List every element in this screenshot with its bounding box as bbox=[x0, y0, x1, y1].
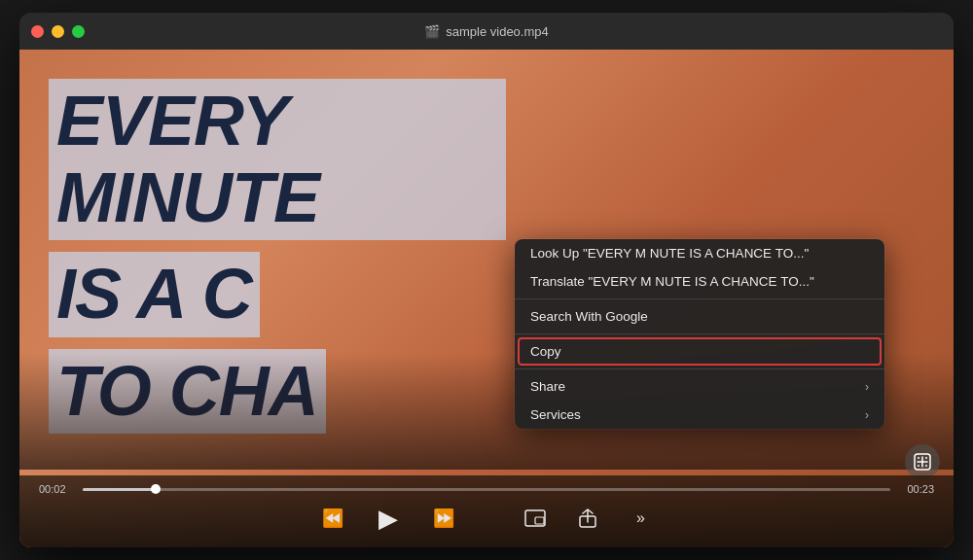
title-icon: 🎬 bbox=[424, 24, 440, 39]
svg-point-5 bbox=[925, 457, 927, 459]
maximize-button[interactable] bbox=[72, 25, 85, 38]
controls-row: ⏪ ▶ ⏩ » bbox=[39, 501, 934, 536]
app-window: 🎬 sample video.mp4 EVERY MINUTE IS A C T… bbox=[19, 13, 954, 547]
menu-separator-1 bbox=[515, 298, 884, 299]
svg-point-7 bbox=[925, 465, 927, 467]
title-label: sample video.mp4 bbox=[446, 24, 549, 39]
rewind-button[interactable]: ⏪ bbox=[318, 504, 347, 533]
pip-icon[interactable] bbox=[521, 504, 550, 533]
video-text-line-2: IS A C bbox=[49, 252, 506, 344]
svg-point-4 bbox=[918, 457, 919, 459]
share-arrow-icon: › bbox=[865, 380, 869, 394]
titlebar: 🎬 sample video.mp4 bbox=[19, 13, 954, 50]
menu-item-share[interactable]: Share › bbox=[515, 372, 884, 401]
menu-item-services[interactable]: Services › bbox=[515, 401, 884, 429]
accessibility-button[interactable] bbox=[905, 444, 940, 479]
video-text-line-1: EVERY MINUTE bbox=[49, 79, 506, 248]
traffic-lights bbox=[31, 25, 85, 38]
close-button[interactable] bbox=[31, 25, 44, 38]
services-arrow-icon: › bbox=[865, 408, 869, 422]
context-menu: Look Up "EVERY M NUTE IS A CHANCE TO..."… bbox=[515, 239, 884, 429]
fast-forward-button[interactable]: ⏩ bbox=[429, 504, 458, 533]
total-time: 00:23 bbox=[900, 483, 934, 495]
current-time: 00:02 bbox=[39, 483, 73, 495]
progress-fill bbox=[83, 488, 156, 491]
window-title: 🎬 sample video.mp4 bbox=[424, 24, 549, 39]
progress-bar-row: 00:02 00:23 bbox=[39, 483, 934, 495]
more-button[interactable]: » bbox=[626, 504, 655, 533]
menu-item-search[interactable]: Search With Google bbox=[515, 302, 884, 331]
progress-track[interactable] bbox=[83, 488, 890, 491]
progress-thumb bbox=[151, 484, 161, 494]
share-button[interactable] bbox=[573, 504, 602, 533]
menu-separator-2 bbox=[515, 333, 884, 334]
menu-item-lookup[interactable]: Look Up "EVERY M NUTE IS A CHANCE TO..." bbox=[515, 239, 884, 267]
svg-rect-1 bbox=[535, 517, 544, 524]
menu-separator-3 bbox=[515, 368, 884, 369]
minimize-button[interactable] bbox=[52, 25, 64, 38]
menu-item-copy[interactable]: Copy bbox=[518, 337, 882, 366]
svg-point-6 bbox=[918, 465, 919, 467]
video-area: EVERY MINUTE IS A C TO CHA Look Up "EVER… bbox=[19, 50, 954, 547]
play-button[interactable]: ▶ bbox=[371, 501, 406, 536]
player-controls: 00:02 00:23 ⏪ ▶ ⏩ bbox=[19, 475, 954, 547]
menu-item-translate[interactable]: Translate "EVERY M NUTE IS A CHANCE TO..… bbox=[515, 267, 884, 296]
